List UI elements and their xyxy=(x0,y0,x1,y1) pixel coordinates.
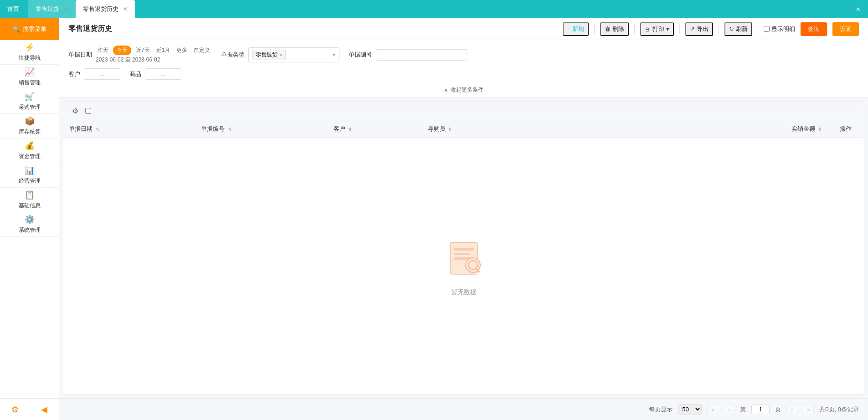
display-toggle[interactable]: 显示明细 xyxy=(764,25,795,33)
sidebar-item-system-mgmt[interactable]: ⚙️ 系统管理 xyxy=(0,212,59,237)
refresh-label: 刷新 xyxy=(736,25,748,33)
purchase-icon: 🛒 xyxy=(25,92,35,102)
sidebar-settings-icon[interactable]: ⚙ xyxy=(11,405,19,415)
divider-3 xyxy=(679,25,680,34)
th-number[interactable]: 单据编号 ⇅ xyxy=(195,120,328,138)
filter-row-1: 单据日期 昨天 今天 近7天 近1月 更多 自定义 2023-06-02 至 2… xyxy=(68,46,859,64)
th-action: 操作 xyxy=(827,120,864,138)
date-btn-1month[interactable]: 近1月 xyxy=(154,46,172,55)
empty-state-icon xyxy=(441,236,487,281)
svg-rect-2 xyxy=(454,253,470,255)
doc-number-input[interactable] xyxy=(376,49,467,61)
doc-type-tag-close[interactable]: × xyxy=(279,52,282,57)
divider-5 xyxy=(758,25,758,34)
date-btn-yesterday[interactable]: 昨天 xyxy=(96,46,110,55)
table-header: 单据日期 ⇅ 单据编号 ⇅ 客户 ⇅ 导购员 ⇅ xyxy=(63,120,864,138)
sidebar-item-operations[interactable]: 📊 经营管理 xyxy=(0,163,59,188)
th-date-sort-icon: ⇅ xyxy=(96,127,99,132)
select-all-checkbox[interactable] xyxy=(85,108,91,114)
column-settings-icon[interactable]: ⚙ xyxy=(69,105,82,118)
sidebar-item-basic-info[interactable]: 📋 基础信息 xyxy=(0,188,59,212)
sidebar-item-label: 系统管理 xyxy=(19,226,41,234)
doc-type-tag-value: 零售退货 xyxy=(256,51,277,59)
sidebar-item-sales-mgmt[interactable]: 📈 销售管理 xyxy=(0,65,59,89)
sidebar-item-label: 资金管理 xyxy=(19,153,41,160)
tab-retail-return-history[interactable]: 零售退货历史 ✕ xyxy=(76,0,135,18)
export-label: 导出 xyxy=(697,25,709,33)
main-layout: 🔍 搜索菜单 ⚡ 快捷导航 📈 销售管理 🛒 采购管理 📦 库存核算 💰 xyxy=(0,18,868,420)
th-number-sort-icon: ⇅ xyxy=(228,127,231,132)
divider-2 xyxy=(634,25,635,34)
empty-state: 暂无数据 xyxy=(63,138,864,394)
sidebar-item-label: 快捷导航 xyxy=(19,54,41,62)
sidebar-nav: ⚡ 快捷导航 📈 销售管理 🛒 采购管理 📦 库存核算 💰 资金管理 📊 xyxy=(0,40,59,398)
refresh-icon: ↻ xyxy=(729,26,734,32)
date-filter-buttons: 昨天 今天 近7天 近1月 更多 自定义 xyxy=(96,46,212,55)
tab-retail-return-history-label: 零售退货历史 xyxy=(83,5,118,13)
print-label: 打印 xyxy=(652,25,664,33)
doc-type-select[interactable]: 零售退货 × ▾ xyxy=(248,47,339,62)
delete-button[interactable]: 🗑 删除 xyxy=(600,22,629,36)
th-date[interactable]: 单据日期 ⇅ xyxy=(63,120,195,138)
th-guide-label: 导购员 xyxy=(428,125,446,132)
finance-icon: 💰 xyxy=(25,141,35,151)
prev-page-button[interactable]: ‹ xyxy=(724,404,734,415)
date-btn-7days[interactable]: 近7天 xyxy=(134,46,152,55)
th-customer[interactable]: 客户 ⇅ xyxy=(328,120,422,138)
top-bar: 首页 零售退货 ✕ 零售退货历史 ✕ ✕ xyxy=(0,0,868,18)
th-guide[interactable]: 导购员 ⇅ xyxy=(422,120,536,138)
tab-home[interactable]: 首页 xyxy=(0,0,26,18)
operations-icon: 📊 xyxy=(25,165,35,175)
export-button[interactable]: ↗ 导出 xyxy=(685,22,713,36)
th-amount[interactable]: 实销金额 ⇅ xyxy=(535,120,827,138)
last-page-button[interactable]: » xyxy=(803,404,814,415)
tab-retail-return-history-close[interactable]: ✕ xyxy=(123,6,128,12)
window-close-button[interactable]: ✕ xyxy=(856,6,868,13)
th-date-label: 单据日期 xyxy=(69,125,92,132)
table-toolbar: ⚙ xyxy=(63,102,864,120)
sidebar-item-label: 采购管理 xyxy=(19,103,41,111)
doc-type-tag: 零售退货 × xyxy=(252,50,285,60)
page-input[interactable]: 1 xyxy=(751,405,770,414)
first-page-button[interactable]: « xyxy=(707,404,718,415)
query-button[interactable]: 查询 xyxy=(801,22,827,36)
page-header: 零售退货历史 + 新增 🗑 删除 🖨 打印 ▾ ↗ 导出 xyxy=(59,18,868,40)
tab-retail-return[interactable]: 零售退货 ✕ xyxy=(28,0,76,18)
empty-text: 暂无数据 xyxy=(451,288,477,297)
product-input[interactable]: ... xyxy=(145,68,181,80)
sidebar-search[interactable]: 🔍 搜索菜单 xyxy=(0,18,59,40)
date-btn-today[interactable]: 今天 xyxy=(113,46,131,55)
delete-label: 删除 xyxy=(612,25,624,33)
sidebar-item-inventory[interactable]: 📦 库存核算 xyxy=(0,114,59,138)
print-button[interactable]: 🖨 打印 ▾ xyxy=(640,22,674,36)
sidebar-item-finance[interactable]: 💰 资金管理 xyxy=(0,138,59,163)
system-icon: ⚙️ xyxy=(25,215,35,225)
date-btn-custom[interactable]: 自定义 xyxy=(192,46,212,55)
date-options: 昨天 今天 近7天 近1月 更多 自定义 2023-06-02 至 2023-0… xyxy=(96,46,212,64)
sidebar-item-purchase-mgmt[interactable]: 🛒 采购管理 xyxy=(0,89,59,114)
per-page-select[interactable]: 20 50 100 xyxy=(678,404,702,415)
setting-button[interactable]: 设置 xyxy=(832,22,859,36)
display-toggle-checkbox[interactable] xyxy=(764,26,770,32)
new-button[interactable]: + 新增 xyxy=(563,22,589,36)
th-number-label: 单据编号 xyxy=(201,125,225,132)
data-table: 单据日期 ⇅ 单据编号 ⇅ 客户 ⇅ 导购员 ⇅ xyxy=(63,120,864,138)
refresh-button[interactable]: ↻ 刷新 xyxy=(724,22,752,36)
tab-retail-return-close[interactable]: ✕ xyxy=(64,6,68,12)
th-guide-sort-icon: ⇅ xyxy=(448,127,452,132)
date-btn-more[interactable]: 更多 xyxy=(175,46,189,55)
divider-1 xyxy=(594,25,595,34)
customer-input[interactable]: ... xyxy=(84,68,120,80)
sidebar-item-label: 经营管理 xyxy=(19,177,41,185)
customer-filter: 客户 ... xyxy=(68,68,120,80)
date-range-display: 2023-06-02 至 2023-06-02 xyxy=(96,56,212,64)
divider-4 xyxy=(719,25,719,34)
collapse-bar[interactable]: ∧ 收起更多条件 xyxy=(68,84,859,94)
sidebar-collapse-icon[interactable]: ◀ xyxy=(41,405,47,415)
sidebar-item-quick-nav[interactable]: ⚡ 快捷导航 xyxy=(0,40,59,65)
sidebar: 🔍 搜索菜单 ⚡ 快捷导航 📈 销售管理 🛒 采购管理 📦 库存核算 💰 xyxy=(0,18,59,420)
sidebar-item-label: 库存核算 xyxy=(19,128,41,136)
doc-number-filter: 单据编号 xyxy=(349,49,467,61)
next-page-button[interactable]: › xyxy=(786,404,797,415)
collapse-label: 收起更多条件 xyxy=(451,86,483,94)
